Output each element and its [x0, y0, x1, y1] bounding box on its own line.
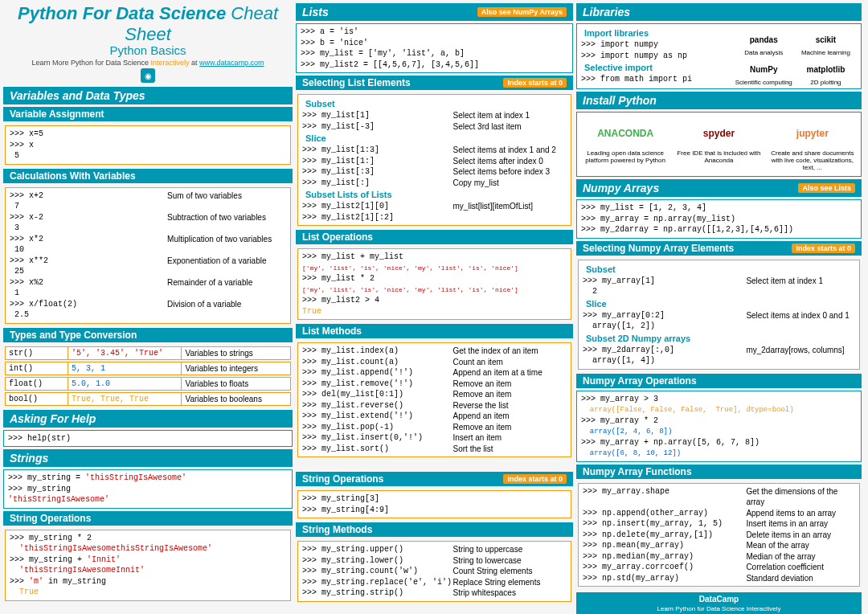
calculations-header: Calculations With Variables: [3, 169, 293, 183]
selecting-list-header: Selecting List ElementsIndex starts at 0: [296, 76, 573, 90]
code-row: >>> my_list2[1][:2]: [302, 212, 567, 223]
numpy-code: >>> my_list = [1, 2, 3, 4] >>> my_array …: [576, 199, 862, 239]
column-1: Python For Data Science Cheat Sheet Pyth…: [3, 3, 293, 611]
numpy-ops-header: Numpy Array Operations: [576, 374, 862, 388]
calculations-box: >>> x+2 7Sum of two variables>>> x-2 3Su…: [5, 187, 291, 324]
list-ops-code: >>> my_list + my_list ['my', 'list', 'is…: [297, 248, 571, 320]
code-row: >>> x-2 3Subtraction of two variables: [10, 212, 286, 234]
types-table: str()'5', '3.45', 'True'Variables to str…: [3, 345, 293, 407]
code-row: >>> my_list.append('!')Append an item at…: [302, 367, 567, 379]
code-row: >>> my_list.reverse()Reverse the list: [302, 400, 567, 411]
string-ops2-header: String OperationsIndex starts at 0: [296, 472, 573, 486]
code-row: >>> my_array.shapeGet the dimensions of …: [583, 486, 855, 508]
string-methods-box: >>> my_string.upper()String to uppercase…: [297, 541, 571, 602]
code-row: >>> x/float(2) 2.5Division of a variable: [10, 299, 286, 321]
code-row: >>> my_list.count(a)Count an item: [302, 357, 567, 368]
code-row: >>> my_2darray[:,0] array([1, 4])my_2dar…: [583, 345, 855, 366]
code-row: >>> x+2 7Sum of two variables: [10, 190, 286, 212]
type-row: int()5, 3, 1Variables to integers: [5, 362, 291, 375]
main-title: Python For Data Science Cheat Sheet: [3, 3, 293, 45]
code-row: >>> my_list.index(a)Get the index of an …: [302, 346, 567, 357]
type-row: bool()True, True, TrueVariables to boole…: [5, 392, 291, 406]
numpy-select-box: Subset>>> my_array[1] 2Select item at in…: [578, 260, 860, 370]
help-code: >>> help(str): [3, 430, 293, 448]
variable-assignment-header: Variable Assignment: [3, 107, 293, 121]
numpy-badge: Also see NumPy Arrays: [477, 7, 567, 17]
column-2: ListsAlso see NumPy Arrays >>> a = 'is' …: [296, 3, 573, 611]
code-row: >>> x*2 10Multiplication of two variable…: [10, 234, 286, 256]
types-header: Types and Type Conversion: [3, 328, 293, 342]
code-row: >>> my_array.corrcoef()Correlation coeff…: [583, 562, 855, 573]
sub-title: Python Basics: [3, 43, 293, 57]
code-row: >>> my_list[1]Select item at index 1: [302, 110, 567, 121]
install-box: ANACONDALeading open data science platfo…: [576, 112, 862, 177]
list-methods-header: List Methods: [296, 324, 573, 338]
code-row: >>> my_string.lower()String to lowercase: [302, 555, 567, 567]
code-row: >>> np.median(my_array)Median of the arr…: [583, 551, 855, 563]
numpy-header: Numpy ArraysAlso see Lists: [576, 179, 862, 197]
code-row: >>> my_array[0:2] array([1, 2])Select it…: [583, 310, 855, 332]
variable-assignment-code: >>> x=5 >>> x 5: [5, 125, 291, 165]
code-row: >>> my_string.strip()Strip whitespaces: [302, 587, 567, 599]
type-row: str()'5', '3.45', 'True'Variables to str…: [5, 346, 291, 360]
code-row: >>> my_list.pop(-1)Remove an item: [302, 422, 567, 433]
code-row: >>> my_list[1:3]Select items at index 1 …: [302, 145, 567, 156]
numpy-funcs-box: >>> my_array.shapeGet the dimensions of …: [578, 483, 860, 587]
code-row: >>> my_list.remove('!')Remove an item: [302, 379, 567, 390]
libraries-box: Import libraries >>> import numpy >>> im…: [576, 23, 862, 89]
code-row: >>> my_list.insert(0,'!')Insert an item: [302, 432, 567, 444]
code-row: >>> np.delete(my_array,[1])Delete items …: [583, 530, 855, 541]
lib-scikit: scikitMachine learning: [795, 30, 857, 56]
code-row: >>> x**2 25Exponentiation of a variable: [10, 256, 286, 277]
column-3: Libraries Import libraries >>> import nu…: [576, 3, 862, 611]
install-header: Install Python: [576, 92, 862, 109]
learn-more: Learn More Python for Data Science Inter…: [3, 59, 293, 67]
datacamp-link[interactable]: www.datacamp.com: [199, 59, 264, 67]
help-header: Asking For Help: [3, 410, 293, 428]
lib-matplotlib: matplotlib2D plotting: [795, 59, 857, 86]
code-row: >>> np.std(my_array)Standard deviation: [583, 573, 855, 584]
code-row: >>> my_string.count('w')Count String ele…: [302, 566, 567, 577]
code-row: >>> np.mean(my_array)Mean of the array: [583, 540, 855, 551]
numpy-select-header: Selecting Numpy Array ElementsIndex star…: [576, 241, 862, 256]
lists-code: >>> a = 'is' >>> b = 'nice' >>> my_list …: [296, 23, 573, 73]
list-ops-header: List Operations: [296, 230, 573, 244]
install-ANACONDA: ANACONDALeading open data science platfo…: [579, 117, 672, 171]
libraries-header: Libraries: [576, 3, 862, 21]
header-block: Python For Data Science Cheat Sheet Pyth…: [3, 3, 293, 84]
strings-code: >>> my_string = 'thisStringIsAwesome' >>…: [3, 469, 293, 509]
list-select-box: Subset >>> my_list[1]Select item at inde…: [297, 94, 571, 226]
code-row: >>> my_list[-3]Select 3rd last item: [302, 121, 567, 133]
code-row: >>> np.insert(my_array, 1, 5)Insert item…: [583, 518, 855, 530]
lists-header: ListsAlso see NumPy Arrays: [296, 3, 573, 21]
code-row: >>> del(my_list[0:1])Remove an item: [302, 389, 567, 400]
string-ops-header: String Operations: [3, 511, 293, 526]
code-row: >>> my_list[1:]Select items after index …: [302, 156, 567, 167]
string-ops2-box: >>> my_string[3]>>> my_string[4:9]: [297, 490, 571, 518]
code-row: >>> my_string.upper()String to uppercase: [302, 544, 567, 555]
code-row: >>> np.append(other_array)Append items t…: [583, 508, 855, 519]
strings-header: Strings: [3, 449, 293, 467]
code-row: >>> my_string[3]: [302, 493, 567, 505]
code-row: >>> my_list.sort()Sort the list: [302, 444, 567, 455]
type-row: float()5.0, 1.0Variables to floats: [5, 377, 291, 391]
footer: DataCampLearn Python for Data Science In…: [576, 592, 862, 614]
string-ops-code: >>> my_string * 2 'thisStringIsAwesometh…: [5, 530, 291, 601]
datacamp-icon: ◉: [141, 68, 155, 83]
code-row: >>> my_list[:]Copy my_list: [302, 178, 567, 189]
code-row: >>> my_string[4:9]: [302, 505, 567, 516]
lib-pandas: pandasData analysis: [733, 30, 795, 56]
cheat-sheet-page: Python For Data Science Cheat Sheet Pyth…: [0, 0, 868, 614]
code-row: >>> my_list[:3]Select items before index…: [302, 166, 567, 178]
code-row: >>> my_list.extend('!')Append an item: [302, 411, 567, 422]
string-methods-header: String Methods: [296, 522, 573, 537]
numpy-ops-code: >>> my_array > 3 array([False, False, Fa…: [576, 391, 862, 462]
list-methods-box: >>> my_list.index(a)Get the index of an …: [297, 342, 571, 457]
code-row: >>> my_list2[1][0]my_list[list][itemOfLi…: [302, 201, 567, 212]
code-row: >>> my_array[1] 2Select item at index 1: [583, 276, 855, 297]
lib-NumPy: NumPyScientific computing: [733, 59, 795, 86]
numpy-funcs-header: Numpy Array Functions: [576, 465, 862, 479]
code-row: >>> x%2 1Remainder of a variable: [10, 277, 286, 299]
variables-header: Variables and Data Types: [3, 87, 293, 104]
install-spyder: spyderFree IDE that is included with Ana…: [672, 117, 765, 171]
